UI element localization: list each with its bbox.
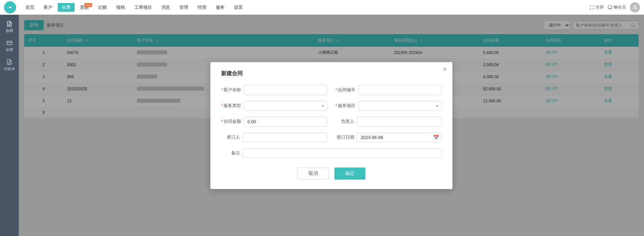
- modal-overlay[interactable]: 新建合同 ✕ 客户名称 合同编号 服务类型: [19, 15, 644, 236]
- nav-items: 首页 客户 收费 票据 new 记账 报税 工商项目 消息 管理 经营 服务 设…: [22, 3, 590, 12]
- modal-title: 新建合同: [221, 70, 442, 77]
- form-group-amount: 合同金额: [221, 117, 327, 127]
- nav-accounting[interactable]: 记账: [94, 3, 111, 12]
- sidebar: 合同 收费 对账单: [0, 15, 19, 236]
- nav-business[interactable]: 工商项目: [130, 3, 156, 12]
- form-group-remark: 备注: [221, 148, 442, 158]
- form-row-4: 签订人 签订日期 📅: [221, 133, 442, 142]
- nav-service[interactable]: 服务: [212, 3, 229, 12]
- sidebar-item-fee[interactable]: 收费: [0, 37, 19, 56]
- service-item-label: 服务项目: [335, 103, 355, 109]
- user-avatar[interactable]: [630, 2, 640, 12]
- modal-close-button[interactable]: ✕: [443, 67, 447, 72]
- nav-message[interactable]: 消息: [157, 3, 174, 12]
- form-group-contract-no: 合同编号: [335, 85, 442, 95]
- contract-no-input[interactable]: [358, 85, 442, 95]
- cancel-button[interactable]: 取消: [297, 168, 329, 180]
- sidebar-label-fee: 收费: [6, 47, 13, 52]
- main-content: 新增 服务项目 进行中 全部 已完成 已终止: [19, 15, 644, 236]
- form-group-sign-date: 签订日期 📅: [335, 133, 442, 142]
- form-row-3: 合同金额 负责人: [221, 117, 442, 127]
- nav-operation[interactable]: 经营: [194, 3, 210, 12]
- app-logo[interactable]: [4, 1, 16, 13]
- amount-input[interactable]: [244, 117, 327, 127]
- signer-label: 签订人: [221, 134, 240, 140]
- form-group-person-in-charge: 负责人: [335, 117, 442, 127]
- modal-new-contract: 新建合同 ✕ 客户名称 合同编号 服务类型: [210, 62, 452, 189]
- remark-label: 备注: [221, 150, 240, 156]
- sidebar-label-contract: 合同: [6, 28, 13, 33]
- modal-footer: 取消 确定: [221, 168, 442, 180]
- top-navigation: 首页 客户 收费 票据 new 记账 报税 工商项目 消息 管理 经营 服务 设…: [0, 0, 644, 15]
- service-type-select[interactable]: [244, 101, 327, 111]
- new-badge: new: [84, 3, 92, 7]
- calendar-icon[interactable]: 📅: [433, 135, 439, 140]
- sign-date-wrap: 📅: [357, 133, 442, 142]
- form-group-signer: 签订人: [221, 133, 327, 142]
- form-group-customer-name: 客户名称: [221, 85, 327, 95]
- fullscreen-button[interactable]: 全屏: [590, 4, 604, 10]
- remark-input[interactable]: [243, 148, 442, 158]
- contract-no-label: 合同编号: [335, 87, 355, 93]
- form-row-1: 客户名称 合同编号: [221, 85, 442, 95]
- form-row-5: 备注: [221, 148, 442, 158]
- person-in-charge-label: 负责人: [335, 119, 354, 125]
- person-in-charge-input[interactable]: [357, 117, 442, 127]
- nav-customer[interactable]: 客户: [40, 3, 56, 12]
- nav-ticket[interactable]: 票据 new: [76, 3, 93, 12]
- member-button[interactable]: 畅会员: [608, 4, 626, 10]
- nav-manage[interactable]: 管理: [175, 3, 192, 12]
- nav-home[interactable]: 首页: [22, 3, 38, 12]
- svg-point-1: [634, 5, 636, 7]
- service-item-select-wrap: ▼: [358, 101, 442, 111]
- nav-settings[interactable]: 设置: [230, 3, 247, 12]
- amount-label: 合同金额: [221, 119, 241, 125]
- form-group-service-item: 服务项目 ▼: [335, 101, 442, 111]
- nav-fee[interactable]: 收费: [58, 3, 75, 12]
- customer-name-label: 客户名称: [221, 87, 241, 93]
- svg-rect-4: [7, 41, 12, 45]
- nav-tax[interactable]: 报税: [112, 3, 129, 12]
- sidebar-label-statement: 对账单: [4, 66, 15, 72]
- signer-input[interactable]: [243, 133, 327, 142]
- confirm-button[interactable]: 确定: [334, 168, 365, 180]
- nav-right: 全屏 畅会员: [590, 2, 640, 12]
- service-type-label: 服务类型: [221, 103, 241, 109]
- sign-date-input[interactable]: [357, 133, 442, 142]
- svg-rect-0: [608, 5, 612, 8]
- sidebar-item-contract[interactable]: 合同: [0, 17, 19, 37]
- sidebar-item-statement[interactable]: 对账单: [0, 56, 19, 75]
- service-item-select[interactable]: [358, 101, 442, 111]
- sign-date-label: 签订日期: [335, 134, 354, 140]
- service-type-select-wrap: ▼: [244, 101, 327, 111]
- form-row-2: 服务类型 ▼ 服务项目: [221, 101, 442, 111]
- customer-name-input[interactable]: [244, 85, 327, 95]
- form-group-service-type: 服务类型 ▼: [221, 101, 327, 111]
